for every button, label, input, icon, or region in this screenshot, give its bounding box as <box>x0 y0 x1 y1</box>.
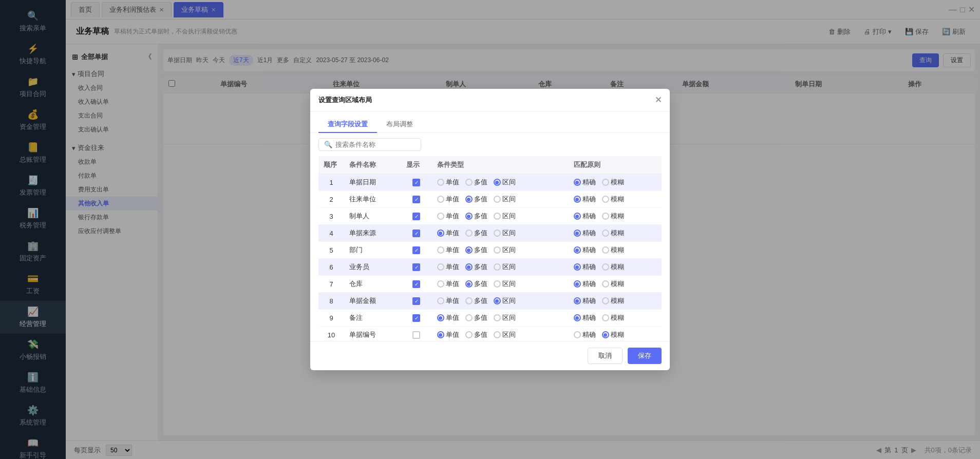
condition-type-option[interactable]: 单值 <box>437 195 459 204</box>
condition-type-option[interactable]: 单值 <box>437 262 459 272</box>
condition-type-option[interactable]: 单值 <box>437 245 459 255</box>
modal-search: 🔍 <box>310 133 670 156</box>
match-rule-option[interactable]: 精确 <box>574 195 596 204</box>
match-rule-option[interactable]: 精确 <box>574 262 596 272</box>
search-box: 🔍 <box>318 138 421 151</box>
match-rule-option[interactable]: 模糊 <box>602 330 624 339</box>
modal-save-button[interactable]: 保存 <box>628 348 662 364</box>
row-display: ✓ <box>401 242 432 259</box>
condition-type-option[interactable]: 区间 <box>494 279 516 289</box>
row-match-rule: 精确模糊 <box>569 208 662 225</box>
row-display: ✓ <box>401 310 432 327</box>
match-rule-option[interactable]: 模糊 <box>602 296 624 305</box>
row-order: 1 <box>318 174 344 191</box>
row-display: ✓ <box>401 208 432 225</box>
condition-type-option[interactable]: 多值 <box>465 195 487 204</box>
row-order: 5 <box>318 242 344 259</box>
condition-type-option[interactable]: 区间 <box>494 330 516 339</box>
display-checkbox[interactable]: ✓ <box>412 196 420 203</box>
condition-type-option[interactable]: 区间 <box>494 262 516 272</box>
match-rule-option[interactable]: 模糊 <box>602 279 624 289</box>
search-icon: 🔍 <box>324 141 332 148</box>
row-order: 8 <box>318 293 344 310</box>
match-rule-option[interactable]: 精确 <box>574 296 596 305</box>
row-name: 单据来源 <box>344 225 401 242</box>
match-rule-option[interactable]: 精确 <box>574 245 596 255</box>
display-checkbox[interactable]: ✓ <box>412 314 420 322</box>
condition-type-option[interactable]: 区间 <box>494 245 516 255</box>
condition-type-option[interactable]: 区间 <box>494 212 516 221</box>
condition-type-option[interactable]: 单值 <box>437 228 459 238</box>
condition-type-option[interactable]: 区间 <box>494 296 516 305</box>
display-checkbox[interactable]: ✓ <box>412 280 420 288</box>
condition-type-option[interactable]: 多值 <box>465 262 487 272</box>
cancel-button[interactable]: 取消 <box>588 348 623 364</box>
display-checkbox[interactable]: ✓ <box>412 263 420 271</box>
modal-header-row: 顺序 条件名称 显示 条件类型 匹配原则 <box>318 156 662 174</box>
condition-type-option[interactable]: 单值 <box>437 313 459 322</box>
modal-table-wrapper: 顺序 条件名称 显示 条件类型 匹配原则 1单据日期✓单值多值区间精确模糊2往来… <box>310 156 670 341</box>
row-display: ✓ <box>401 174 432 191</box>
match-rule-option[interactable]: 精确 <box>574 279 596 289</box>
row-display: ✓ <box>401 191 432 208</box>
row-condition-type: 单值多值区间 <box>432 208 569 225</box>
match-rule-option[interactable]: 模糊 <box>602 262 624 272</box>
condition-type-option[interactable]: 多值 <box>465 245 487 255</box>
condition-type-option[interactable]: 多值 <box>465 296 487 305</box>
match-rule-option[interactable]: 精确 <box>574 212 596 221</box>
condition-type-option[interactable]: 区间 <box>494 178 516 187</box>
condition-type-option[interactable]: 多值 <box>465 313 487 322</box>
condition-type-option[interactable]: 多值 <box>465 228 487 238</box>
condition-type-option[interactable]: 单值 <box>437 330 459 339</box>
row-name: 仓库 <box>344 276 401 293</box>
search-input[interactable] <box>335 141 418 148</box>
condition-type-option[interactable]: 单值 <box>437 279 459 289</box>
condition-type-option[interactable]: 多值 <box>465 330 487 339</box>
display-checkbox[interactable]: ✓ <box>412 179 420 186</box>
condition-type-option[interactable]: 区间 <box>494 195 516 204</box>
match-rule-option[interactable]: 精确 <box>574 313 596 322</box>
match-rule-option[interactable]: 精确 <box>574 178 596 187</box>
display-checkbox[interactable]: ✓ <box>412 246 420 254</box>
row-display: ✓ <box>401 276 432 293</box>
row-condition-type: 单值多值区间 <box>432 225 569 242</box>
modal-tab-fields[interactable]: 查询字段设置 <box>318 117 377 133</box>
row-name: 单据编号 <box>344 327 401 341</box>
row-order: 9 <box>318 310 344 327</box>
condition-type-option[interactable]: 单值 <box>437 296 459 305</box>
row-condition-type: 单值多值区间 <box>432 242 569 259</box>
modal-col-condition-type: 条件类型 <box>432 156 569 174</box>
condition-type-option[interactable]: 区间 <box>494 313 516 322</box>
row-display: ✓ <box>401 259 432 276</box>
condition-type-option[interactable]: 多值 <box>465 178 487 187</box>
row-name: 往来单位 <box>344 191 401 208</box>
modal-col-name: 条件名称 <box>344 156 401 174</box>
modal-table-row: 3制单人✓单值多值区间精确模糊 <box>318 208 662 225</box>
condition-type-option[interactable]: 多值 <box>465 212 487 221</box>
condition-type-option[interactable]: 区间 <box>494 228 516 238</box>
row-condition-type: 单值多值区间 <box>432 293 569 310</box>
display-checkbox[interactable] <box>412 331 420 339</box>
match-rule-option[interactable]: 精确 <box>574 330 596 339</box>
row-condition-type: 单值多值区间 <box>432 174 569 191</box>
modal-close-button[interactable]: ✕ <box>655 95 662 105</box>
match-rule-option[interactable]: 模糊 <box>602 228 624 238</box>
condition-type-option[interactable]: 多值 <box>465 279 487 289</box>
row-match-rule: 精确模糊 <box>569 225 662 242</box>
match-rule-option[interactable]: 精确 <box>574 228 596 238</box>
match-rule-option[interactable]: 模糊 <box>602 178 624 187</box>
display-checkbox[interactable]: ✓ <box>412 213 420 220</box>
modal-col-order: 顺序 <box>318 156 344 174</box>
row-condition-type: 单值多值区间 <box>432 259 569 276</box>
match-rule-option[interactable]: 模糊 <box>602 212 624 221</box>
condition-type-option[interactable]: 单值 <box>437 178 459 187</box>
modal-tab-layout[interactable]: 布局调整 <box>377 117 422 133</box>
display-checkbox[interactable]: ✓ <box>412 297 420 305</box>
modal-table-row: 10单据编号单值多值区间精确模糊 <box>318 327 662 341</box>
modal-table-row: 6业务员✓单值多值区间精确模糊 <box>318 259 662 276</box>
condition-type-option[interactable]: 单值 <box>437 212 459 221</box>
match-rule-option[interactable]: 模糊 <box>602 195 624 204</box>
match-rule-option[interactable]: 模糊 <box>602 245 624 255</box>
display-checkbox[interactable]: ✓ <box>412 230 420 237</box>
match-rule-option[interactable]: 模糊 <box>602 313 624 322</box>
